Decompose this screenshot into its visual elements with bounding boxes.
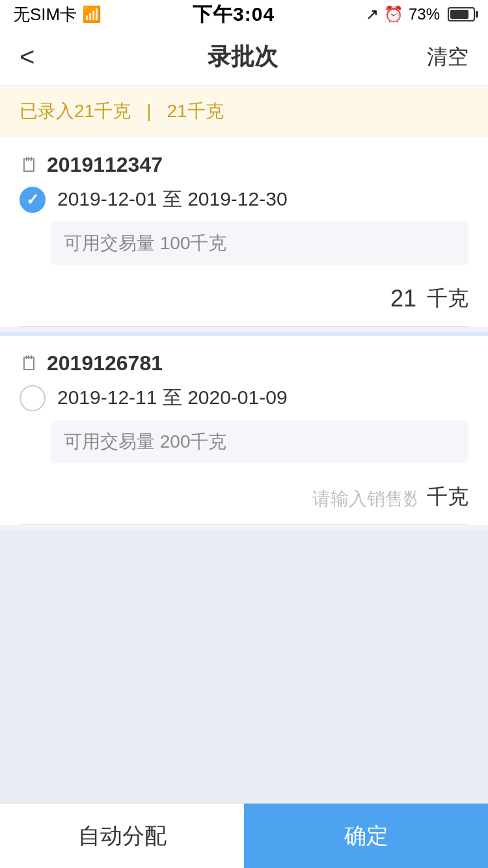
batch1-header: 🗒 2019112347 <box>0 137 488 183</box>
bottom-bar: 自动分配 确定 <box>0 803 488 868</box>
page-title: 录批次 <box>208 41 278 73</box>
batch1-quantity-input[interactable] <box>312 285 416 312</box>
batch2-id: 2019126781 <box>47 351 163 375</box>
nav-bar: < 录批次 清空 <box>0 29 488 86</box>
batch1-row[interactable]: 2019-12-01 至 2019-12-30 <box>0 183 488 219</box>
batch1-id: 2019112347 <box>47 153 163 177</box>
clear-button[interactable]: 清空 <box>427 43 468 72</box>
batch1-underline <box>20 326 468 327</box>
alarm-icon: ⏰ <box>384 5 403 23</box>
batch1-date: 2019-12-01 至 2019-12-30 <box>57 186 288 213</box>
batch2-radio[interactable] <box>20 385 46 411</box>
sim-text: 无SIM卡 <box>13 3 77 26</box>
batch1-radio[interactable] <box>20 187 46 213</box>
auto-distribute-button[interactable]: 自动分配 <box>0 804 244 868</box>
batch2-row[interactable]: 2019-12-11 至 2020-01-09 <box>0 382 488 418</box>
back-button[interactable]: < <box>20 42 59 72</box>
batch2-quantity-row: 千克 <box>0 474 488 524</box>
empty-spacer <box>0 530 488 804</box>
summary-item2: 21千克 <box>167 99 223 124</box>
content-area: 🗒 2019112347 2019-12-01 至 2019-12-30 可用交… <box>0 137 488 804</box>
summary-item1: 已录入21千克 <box>20 99 131 124</box>
batch-card-1: 🗒 2019112347 2019-12-01 至 2019-12-30 可用交… <box>0 137 488 327</box>
batch1-avail: 可用交易量 100千克 <box>51 222 468 265</box>
batch1-quantity-row: 千克 <box>0 275 488 326</box>
batch2-underline <box>20 524 468 525</box>
batch2-icon: 🗒 <box>20 353 39 375</box>
status-left: 无SIM卡 📶 <box>13 3 102 26</box>
summary-banner: 已录入21千克 | 21千克 <box>0 86 488 137</box>
status-right: ↗ ⏰ 73% <box>366 5 475 23</box>
batch2-avail: 可用交易量 200千克 <box>51 420 468 463</box>
status-time: 下午3:04 <box>193 1 275 28</box>
batch1-unit: 千克 <box>427 284 468 313</box>
batch2-header: 🗒 2019126781 <box>0 336 488 382</box>
confirm-button[interactable]: 确定 <box>244 804 488 868</box>
location-icon: ↗ <box>366 5 379 23</box>
batch1-icon: 🗒 <box>20 154 39 176</box>
wifi-icon: 📶 <box>82 5 102 23</box>
batch2-date: 2019-12-11 至 2020-01-09 <box>57 385 288 411</box>
battery-percent: 73% <box>409 5 440 23</box>
battery-icon <box>448 7 475 21</box>
batch2-quantity-input[interactable] <box>312 483 416 511</box>
status-bar: 无SIM卡 📶 下午3:04 ↗ ⏰ 73% <box>0 0 488 29</box>
batch2-unit: 千克 <box>427 483 468 511</box>
summary-divider: | <box>146 101 151 122</box>
batch-card-2: 🗒 2019126781 2019-12-11 至 2020-01-09 可用交… <box>0 336 488 525</box>
